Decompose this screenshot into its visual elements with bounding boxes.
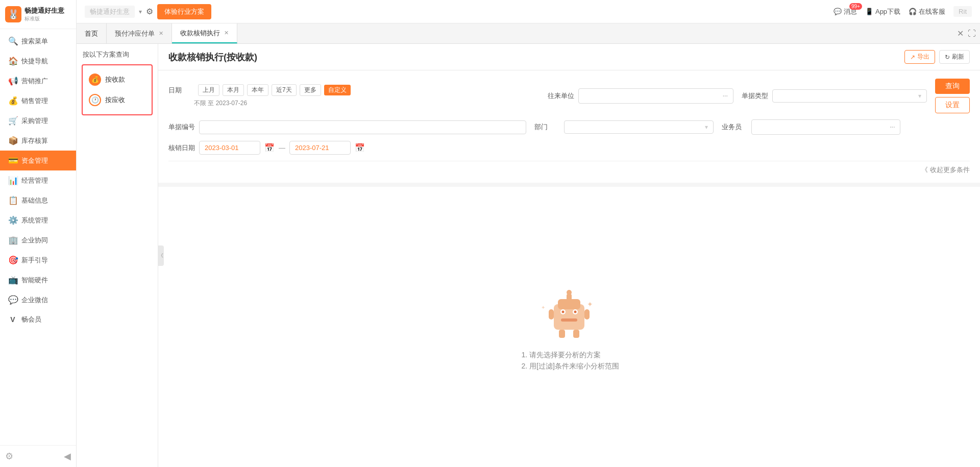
export-btn[interactable]: ↗ 导出 [904, 50, 935, 64]
tab-expand-icon[interactable]: ⛶ [968, 29, 976, 38]
sidebar-item-basic-info[interactable]: 📋 基础信息 [0, 190, 76, 210]
tab-prepay[interactable]: 预付冲应付单 ✕ [107, 23, 172, 43]
sidebar-item-label: 畅会员 [21, 315, 41, 324]
voucher-type-input[interactable]: ▾ [772, 89, 927, 103]
tab-receipt-writeoff-close-icon[interactable]: ✕ [224, 30, 229, 36]
date-option-custom[interactable]: 自定义 [324, 85, 351, 95]
collapse-icon[interactable]: ◀ [64, 451, 71, 462]
sidebar-item-label: 搜索菜单 [21, 37, 48, 46]
export-icon: ↗ [910, 54, 915, 61]
date-option-7-days[interactable]: 近7天 [272, 84, 297, 96]
tab-home[interactable]: 首页 [77, 23, 107, 43]
sidebar-item-label: 智能硬件 [21, 276, 48, 285]
form-group-counterparty: 往来单位 ··· [548, 88, 733, 104]
quick-nav-icon: 🏠 [8, 56, 17, 66]
writeoff-date-start-calendar-icon[interactable]: 📅 [264, 143, 275, 153]
form-group-staff: 业务员 ··· [722, 119, 901, 135]
sidebar-item-marketing[interactable]: 📢 营销推广 [0, 71, 76, 91]
topbar-service[interactable]: 🎧 在线客服 [909, 7, 945, 16]
filter-options: 💰 按收款 🕐 按应收 [82, 64, 153, 115]
sidebar-item-member[interactable]: V 畅会员 [0, 310, 76, 329]
department-chevron-icon: ▾ [705, 124, 708, 131]
filter-option-by-receipt[interactable]: 💰 按收款 [83, 69, 152, 90]
sidebar-item-sales[interactable]: 💰 销售管理 [0, 91, 76, 111]
date-option-this-month[interactable]: 本月 [223, 84, 244, 96]
topbar-gear-icon[interactable]: ⚙ [146, 7, 153, 16]
collapse-more-btn[interactable]: 《 收起更多条件 [168, 161, 970, 175]
sidebar-item-label: 企业微信 [21, 296, 48, 305]
sidebar-item-label: 企业协同 [21, 236, 48, 245]
sidebar-logo: 🐰 畅捷通好生意 标准版 [0, 0, 76, 29]
logo-sub: 标准版 [24, 15, 64, 22]
sidebar: 🐰 畅捷通好生意 标准版 🔍 搜索菜单 🏠 快捷导航 📢 营销推广 💰 销售管理… [0, 0, 77, 467]
date-range-text: 不限 至 2023-07-26 [194, 99, 247, 108]
topbar-left: 畅捷通好生意 ▾ ⚙ 体验行业方案 [85, 4, 825, 19]
form-group-date: 日期 上月 本月 本年 近7天 更多 自定义 不限 至 2023-0 [168, 84, 540, 108]
empty-illustration: ✦ ✦ [538, 281, 600, 342]
staff-more-icon[interactable]: ··· [890, 122, 895, 132]
tab-receipt-writeoff[interactable]: 收款核销执行 ✕ [172, 23, 237, 43]
voucher-no-input[interactable] [199, 120, 526, 134]
filter-option-by-receivable[interactable]: 🕐 按应收 [83, 90, 152, 110]
filter-title: 按以下方案查询 [77, 50, 158, 64]
form-group-department: 部门 ▾ [534, 120, 714, 134]
query-btn[interactable]: 查询 [935, 79, 970, 94]
department-input[interactable]: ▾ [564, 120, 714, 134]
wechat-icon: 💬 [8, 295, 17, 305]
tab-close-all-icon[interactable]: ✕ [957, 29, 964, 38]
date-option-last-month[interactable]: 上月 [198, 84, 219, 96]
sidebar-item-label: 基础信息 [21, 196, 48, 205]
system-icon: ⚙️ [8, 215, 17, 225]
app-icon: 📱 [865, 8, 873, 15]
refresh-btn[interactable]: ↻ 刷新 [939, 50, 970, 64]
counterparty-more-icon[interactable]: ··· [722, 91, 727, 101]
topbar-chevron-icon[interactable]: ▾ [139, 8, 142, 15]
industry-btn[interactable]: 体验行业方案 [157, 4, 211, 19]
sidebar-item-purchase[interactable]: 🛒 采购管理 [0, 111, 76, 131]
sidebar-item-business[interactable]: 📊 经营管理 [0, 170, 76, 190]
writeoff-date-end-input[interactable]: 2023-07-21 [289, 141, 351, 155]
service-icon: 🎧 [909, 8, 917, 15]
empty-text: 请先选择要分析的方案 用[过滤]条件来缩小分析范围 [519, 351, 619, 373]
topbar-app-download[interactable]: 📱 App下载 [865, 7, 900, 16]
topbar-message[interactable]: 💬 消息 99+ [834, 7, 857, 16]
sidebar-item-label: 采购管理 [21, 116, 48, 126]
date-option-more[interactable]: 更多 [300, 84, 321, 96]
form-row-2: 单据编号 部门 ▾ 业务员 ··· [168, 119, 970, 135]
basic-info-icon: 📋 [8, 195, 17, 205]
sidebar-item-guide[interactable]: 🎯 新手引导 [0, 250, 76, 270]
staff-label: 业务员 [722, 122, 747, 132]
sidebar-item-search-menu[interactable]: 🔍 搜索菜单 [0, 31, 76, 51]
main-content: 收款核销执行(按收款) ↗ 导出 ↻ 刷新 [158, 44, 980, 467]
settings-btn[interactable]: 设置 [935, 97, 970, 113]
hardware-icon: 📺 [8, 275, 17, 285]
sidebar-item-hardware[interactable]: 📺 智能硬件 [0, 270, 76, 290]
tab-prepay-close-icon[interactable]: ✕ [159, 30, 163, 37]
form-group-voucher-type: 单据类型 ▾ [742, 89, 927, 103]
filter-collapse-btn[interactable]: 《 [158, 245, 164, 266]
sidebar-item-enterprise[interactable]: 🏢 企业协同 [0, 230, 76, 250]
settings-icon[interactable]: ⚙ [5, 451, 13, 462]
sidebar-item-label: 资金管理 [21, 156, 48, 165]
marketing-icon: 📢 [8, 76, 17, 86]
sidebar-item-finance[interactable]: 💳 资金管理 [0, 151, 76, 170]
page-header: 收款核销执行(按收款) ↗ 导出 ↻ 刷新 [158, 44, 980, 70]
topbar-user: Rit [953, 6, 972, 17]
enterprise-icon: 🏢 [8, 235, 17, 245]
sidebar-item-wechat[interactable]: 💬 企业微信 [0, 290, 76, 310]
writeoff-date-start-input[interactable]: 2023-03-01 [199, 141, 260, 155]
topbar-brand: 畅捷通好生意 [85, 6, 135, 18]
search-form: 日期 上月 本月 本年 近7天 更多 自定义 不限 至 2023-0 [158, 70, 980, 183]
sidebar-item-label: 系统管理 [21, 216, 48, 225]
writeoff-date-end-calendar-icon[interactable]: 📅 [355, 143, 365, 153]
counterparty-input[interactable]: ··· [578, 88, 733, 104]
empty-state: ✦ ✦ 请先选择要分析的方案 用[过滤]条件来缩小分析范围 [158, 187, 980, 467]
voucher-type-label: 单据类型 [742, 91, 768, 101]
voucher-type-chevron-icon: ▾ [918, 92, 921, 100]
main-area: 畅捷通好生意 ▾ ⚙ 体验行业方案 💬 消息 99+ 📱 App下载 🎧 在线客… [77, 0, 980, 467]
sidebar-item-system[interactable]: ⚙️ 系统管理 [0, 210, 76, 230]
date-option-this-year[interactable]: 本年 [247, 84, 268, 96]
sidebar-item-inventory[interactable]: 📦 库存核算 [0, 131, 76, 151]
sidebar-item-quick-nav[interactable]: 🏠 快捷导航 [0, 51, 76, 71]
staff-input[interactable]: ··· [751, 119, 901, 135]
